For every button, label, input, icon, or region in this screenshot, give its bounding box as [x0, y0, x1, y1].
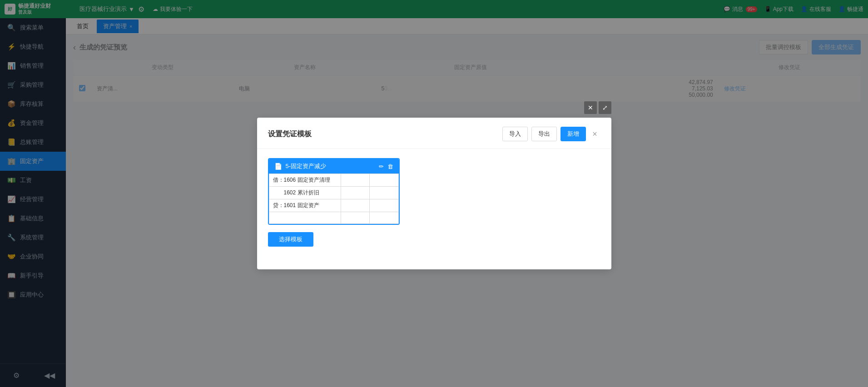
dialog-action-buttons: 导入 导出 新增	[502, 127, 586, 141]
template-card-header: 📄 5-固定资产减少 ✏ 🗑	[269, 159, 399, 174]
dialog-title: 设置凭证模板	[268, 129, 312, 139]
entry-credit-4	[370, 212, 398, 224]
voucher-template-dialog: ✕ ⤢ 设置凭证模板 导入 导出 新增 × 📄 5-固定资产减少	[257, 118, 611, 269]
template-entry-row: 贷：1601 固定资产	[269, 199, 398, 212]
window-expand-button[interactable]: ⤢	[599, 101, 611, 114]
entry-debit-1	[341, 174, 369, 187]
dialog-header: 设置凭证模板 导入 导出 新增 ×	[257, 118, 611, 149]
entry-account-4	[269, 212, 341, 224]
entry-account-1: 借：1606 固定资产清理	[269, 174, 341, 187]
entry-debit-2	[341, 187, 369, 199]
select-template-button[interactable]: 选择模板	[268, 232, 313, 247]
template-entry-row	[269, 212, 398, 224]
window-controls: ✕ ⤢	[584, 101, 611, 114]
window-close-button[interactable]: ✕	[584, 101, 597, 114]
entry-debit-4	[341, 212, 369, 224]
dialog-body: 📄 5-固定资产减少 ✏ 🗑 借：1606 固定资产清理	[257, 149, 611, 256]
export-button[interactable]: 导出	[531, 127, 557, 141]
entry-debit-3	[341, 199, 369, 212]
template-delete-icon[interactable]: 🗑	[387, 163, 393, 170]
template-card-title: 5-固定资产减少	[286, 162, 375, 170]
import-button[interactable]: 导入	[502, 127, 528, 141]
template-edit-icon[interactable]: ✏	[379, 163, 384, 170]
new-button[interactable]: 新增	[560, 127, 586, 141]
entry-account-3: 贷：1601 固定资产	[269, 199, 341, 212]
template-card: 📄 5-固定资产减少 ✏ 🗑 借：1606 固定资产清理	[268, 158, 400, 225]
entry-credit-3	[370, 199, 398, 212]
dialog-header-actions: 导入 导出 新增 ×	[502, 127, 600, 141]
modal-overlay[interactable]: ✕ ⤢ 设置凭证模板 导入 导出 新增 × 📄 5-固定资产减少	[0, 0, 868, 387]
template-card-actions: ✏ 🗑	[379, 163, 393, 170]
dialog-close-button[interactable]: ×	[590, 129, 600, 139]
entry-credit-1	[370, 174, 398, 187]
template-doc-icon: 📄	[274, 163, 282, 170]
entry-credit-2	[370, 187, 398, 199]
template-entry-row: 1602 累计折旧	[269, 187, 398, 199]
template-entries-table: 借：1606 固定资产清理 1602 累计折旧 贷：1601 固定资产	[269, 174, 399, 224]
entry-account-2: 1602 累计折旧	[269, 187, 341, 199]
template-entry-row: 借：1606 固定资产清理	[269, 174, 398, 187]
